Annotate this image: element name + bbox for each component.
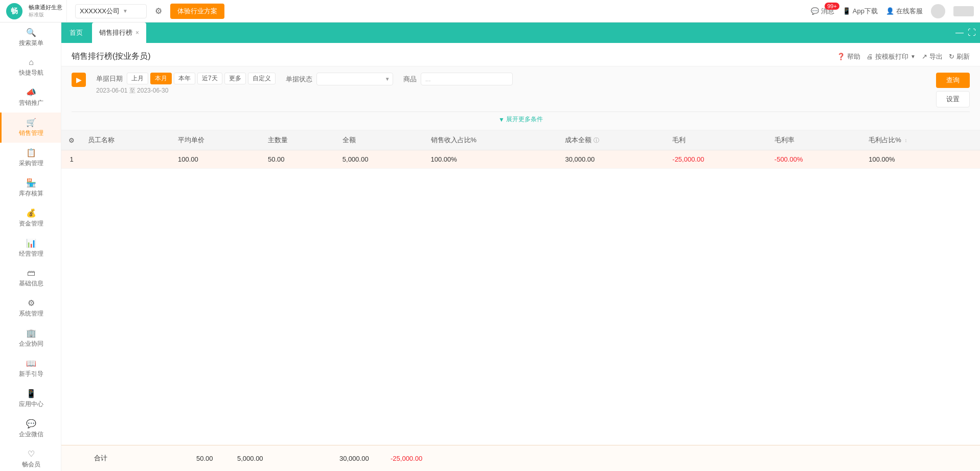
col-sales-pct: 销售收入占比% [425, 130, 559, 150]
online-service-button[interactable]: 👤 在线客服 [886, 7, 923, 16]
sidebar-item-quick-nav[interactable]: ⌂快捷导航 [0, 53, 61, 82]
page-title: 销售排行榜(按业务员) [72, 51, 151, 62]
goods-filter-label: 商品 [403, 75, 417, 84]
app-download-label: App下载 [853, 7, 878, 16]
trial-button[interactable]: 体验行业方案 [170, 4, 224, 19]
help-label: 帮助 [847, 52, 860, 61]
sidebar-icon-sales: 🛒 [26, 118, 36, 127]
user-name[interactable] [953, 6, 974, 16]
date-btn-custom[interactable]: 自定义 [248, 73, 276, 84]
footer-main-qty: 50.00 [190, 452, 231, 465]
sidebar-icon-finance: 💰 [26, 208, 36, 218]
sidebar-item-app-center[interactable]: 📱应用中心 [0, 384, 61, 414]
data-table: ⚙ 员工名称 平均单价 主数量 [61, 130, 980, 169]
download-icon: 📱 [842, 7, 851, 15]
sidebar-item-search[interactable]: 🔍搜索菜单 [0, 23, 61, 53]
help-button[interactable]: ❓ 帮助 [837, 52, 860, 61]
table-row: 1 100.00 50.00 5,000.00 100.00% 30,000.0… [61, 150, 980, 169]
header-actions: ❓ 帮助 🖨 按模板打印 ▼ ↗ 导出 ↻ [837, 52, 970, 61]
cell-amount: 5,000.00 [336, 150, 425, 169]
filter-collapse-button[interactable]: ▶ [72, 73, 86, 87]
sidebar-label-guide: 新手引导 [19, 370, 43, 378]
goods-filter-input[interactable]: ... [421, 73, 513, 85]
sidebar-item-enterprise[interactable]: 🏢企业协同 [0, 323, 61, 353]
date-buttons: 上月 本月 本年 近7天 更多 自定义 [127, 73, 276, 84]
refresh-icon: ↻ [949, 53, 954, 60]
sidebar-label-finance: 资金管理 [19, 219, 43, 228]
service-icon: 👤 [886, 7, 894, 15]
status-select[interactable] [316, 73, 393, 85]
chevron-down-icon: ▼ [123, 8, 128, 14]
status-filter-label: 单据状态 [286, 75, 312, 84]
sidebar-icon-quick-nav: ⌂ [29, 58, 34, 67]
col-main-qty: 主数量 [262, 130, 336, 150]
export-icon: ↗ [922, 53, 927, 60]
footer-gross: -25,000.00 [384, 452, 436, 465]
sidebar-icon-search: 🔍 [26, 28, 36, 37]
sidebar-icon-purchase: 📋 [26, 148, 36, 158]
sidebar-item-wechat[interactable]: 💬企业微信 [0, 414, 61, 444]
sidebar-label-quick-nav: 快捷导航 [19, 69, 43, 77]
footer-cost: 30,000.00 [333, 452, 384, 465]
col-avg-price: 平均单价 [172, 130, 262, 150]
col-gross-rate: 毛利率 [768, 130, 862, 150]
sidebar-label-app-center: 应用中心 [19, 400, 43, 409]
avatar[interactable] [931, 4, 945, 18]
tab-sales-ranking[interactable]: 销售排行榜 × [92, 23, 146, 43]
online-service-label: 在线客服 [896, 7, 923, 16]
sidebar-icon-app-center: 📱 [26, 389, 36, 398]
cell-rank: 1 [61, 150, 82, 169]
expand-conditions-button[interactable]: ▼ 展开更多条件 [498, 115, 543, 124]
cell-cost: 30,000.00 [559, 150, 666, 169]
cost-info-icon[interactable]: ⓘ [594, 137, 599, 143]
sidebar-item-marketing[interactable]: 📣营销推广 [0, 82, 61, 113]
date-btn-7days[interactable]: 近7天 [197, 73, 222, 84]
col-settings[interactable]: ⚙ [61, 130, 82, 150]
sidebar-icon-operations: 📊 [26, 238, 36, 248]
sidebar-label-system: 系统管理 [19, 309, 43, 318]
settings-gear-button[interactable]: ⚙ [151, 4, 166, 19]
print-button[interactable]: 🖨 按模板打印 ▼ [867, 52, 916, 61]
col-gross: 毛利 [666, 130, 768, 150]
expand-icon: ▼ [498, 116, 505, 123]
table-header-row: ⚙ 员工名称 平均单价 主数量 [61, 130, 980, 150]
message-badge: 99+ [825, 3, 839, 10]
date-btn-current-month[interactable]: 本月 [150, 73, 172, 84]
date-btn-current-year[interactable]: 本年 [174, 73, 195, 84]
sidebar-item-basic-info[interactable]: 🗃基础信息 [0, 263, 61, 293]
print-label: 按模板打印 [875, 52, 908, 61]
message-button[interactable]: 💬 消息 99+ [811, 7, 834, 16]
cell-gross-rate: -500.00% [768, 150, 862, 169]
app-download-button[interactable]: 📱 App下载 [842, 7, 878, 16]
sidebar-icon-wechat: 💬 [26, 419, 36, 429]
gross-pct-sort-icon[interactable]: ↕ [904, 138, 907, 143]
sidebar-label-wechat: 企业微信 [19, 430, 43, 439]
cell-sales-pct: 100.00% [425, 150, 559, 169]
sidebar-item-purchase[interactable]: 📋采购管理 [0, 143, 61, 173]
app-name: 畅康通好生意 [29, 4, 62, 11]
sidebar-icon-basic-info: 🗃 [27, 268, 35, 278]
sidebar-item-system[interactable]: ⚙系统管理 [0, 293, 61, 323]
company-name: XXXXXX公司 [80, 7, 120, 16]
sidebar-item-guide[interactable]: 📖新手引导 [0, 353, 61, 384]
export-button[interactable]: ↗ 导出 [922, 52, 943, 61]
date-btn-more[interactable]: 更多 [224, 73, 246, 84]
refresh-button[interactable]: ↻ 刷新 [949, 52, 970, 61]
sidebar-item-inventory[interactable]: 🏪库存核算 [0, 173, 61, 203]
tab-home[interactable]: 首页 [61, 23, 91, 43]
company-selector[interactable]: XXXXXX公司 ▼ [75, 4, 147, 18]
sidebar-item-finance[interactable]: 💰资金管理 [0, 203, 61, 233]
search-button[interactable]: 查询 [936, 73, 970, 88]
date-btn-prev-month[interactable]: 上月 [127, 73, 148, 84]
sidebar-item-sales[interactable]: 🛒销售管理 [0, 113, 61, 143]
sidebar-item-operations[interactable]: 📊经营管理 [0, 233, 61, 263]
tab-minimize-button[interactable]: — [955, 28, 964, 37]
tab-close-icon[interactable]: × [135, 29, 139, 36]
tab-maximize-button[interactable]: ⛶ [968, 28, 976, 37]
sidebar-item-member[interactable]: ♡畅会员 [0, 444, 61, 471]
sidebar-label-basic-info: 基础信息 [19, 279, 43, 288]
table-settings-button[interactable]: 设置 [936, 91, 970, 107]
message-icon: 💬 [811, 7, 819, 15]
expand-label: 展开更多条件 [506, 115, 543, 124]
col-employee: 员工名称 [82, 130, 172, 150]
